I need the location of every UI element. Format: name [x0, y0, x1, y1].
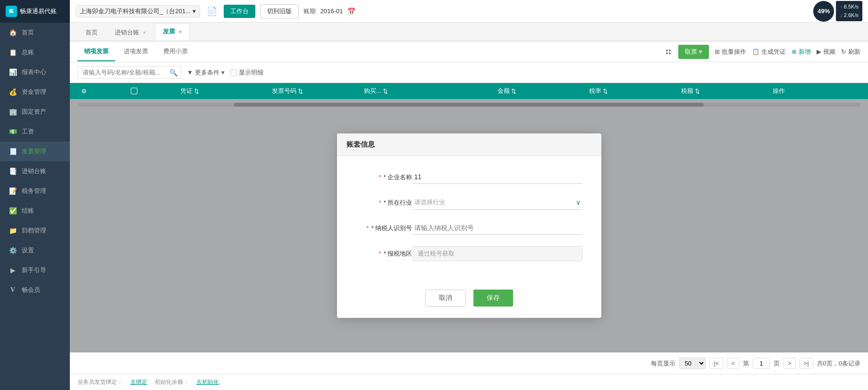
sidebar-item-label: 资金管理 [22, 88, 46, 96]
save-button[interactable]: 保存 [473, 290, 513, 307]
gen-voucher-icon: 📋 [752, 48, 759, 55]
sidebar-item-purchase-sales[interactable]: 📑 进销台账 [0, 161, 70, 181]
industry-dropdown-icon: ∨ [576, 199, 581, 206]
sub-tab-expense-label: 费用小票 [163, 48, 188, 55]
search-wrap: 🔍 [77, 66, 181, 79]
modal-title: 账套信息 [337, 133, 601, 156]
required-star: * [379, 250, 381, 257]
filter-bar: 🔍 ▼ 更多条件 ▾ 显示明细 [70, 62, 868, 83]
sidebar-item-finance[interactable]: 💰 资金管理 [0, 82, 70, 102]
speed-widget: 49% ↑ 8.5K/s ↓ 2.6K/s [813, 1, 862, 22]
speed-info: ↑ 8.5K/s ↓ 2.6K/s [836, 1, 862, 21]
show-details-toggle[interactable]: 显示明细 [230, 68, 263, 77]
last-page-btn[interactable]: >| [800, 358, 813, 369]
sidebar-item-settings[interactable]: ⚙️ 设置 [0, 241, 70, 260]
table-header: ⚙ 凭证 ⇅ 发票号码 ⇅ 购买... ⇅ 金额 ⇅ 税率 ⇅ 税额 ⇅ [70, 83, 868, 99]
industry-select[interactable]: 请选择行业 ∨ [413, 195, 582, 210]
new-button[interactable]: ⊕ 新增 [792, 48, 811, 56]
sidebar-item-label: 进销台账 [22, 167, 46, 175]
prev-page-btn[interactable]: < [727, 358, 739, 369]
show-details-checkbox[interactable] [230, 69, 237, 76]
company-selector[interactable]: 上海卯金刀电子科技有限公司_（台201... ▾ [76, 5, 200, 17]
batch-op-icon: ⊞ [715, 48, 720, 55]
sub-tab-sales-label: 销项发票 [84, 48, 109, 55]
speed-percent-badge: 49% [813, 1, 834, 22]
refresh-icon: ↻ [841, 48, 846, 55]
table-header-checkbox[interactable] [127, 88, 177, 94]
tab-invoice[interactable]: 发票 × [155, 23, 190, 41]
sidebar-item-archive[interactable]: 📁 归档管理 [0, 221, 70, 241]
sidebar-item-checkout[interactable]: ✅ 结账 [0, 201, 70, 221]
tax-id-input[interactable] [413, 221, 582, 235]
company-dropdown-icon: ▾ [193, 8, 196, 15]
sort-icon[interactable]: ⇅ [511, 88, 516, 95]
sidebar-item-home[interactable]: 🏠 首页 [0, 23, 70, 42]
sidebar-item-label: 报表中心 [22, 68, 46, 76]
more-filter-chevron: ▾ [221, 69, 225, 76]
take-ticket-dropdown-icon: ▾ [699, 48, 702, 55]
period-value: 2016-01 [320, 8, 343, 15]
sidebar-item-assets[interactable]: 🏢 固定资产 [0, 102, 70, 122]
bottom-item1-link[interactable]: 去绑定 [130, 378, 147, 386]
sub-tab-sales-invoice[interactable]: 销项发票 [77, 42, 115, 61]
tab-purchase-sales-close[interactable]: × [143, 30, 146, 35]
per-page-select[interactable]: 50 100 200 [679, 357, 706, 369]
table-header-operations: 操作 [769, 87, 860, 95]
gen-voucher-button[interactable]: 📋 生成凭证 [752, 48, 786, 56]
sidebar-item-label: 工资 [22, 127, 34, 136]
workspace-button[interactable]: 工作台 [224, 5, 255, 18]
next-page-btn[interactable]: > [784, 358, 796, 369]
batch-op-button[interactable]: ⊞ 批量操作 [715, 48, 746, 56]
logo-icon: 账 [6, 6, 17, 17]
doc-icon-btn[interactable]: 📄 [205, 6, 219, 17]
more-filter-button[interactable]: ▼ 更多条件 ▾ [187, 68, 225, 77]
tab-home[interactable]: 首页 [77, 24, 106, 41]
calendar-icon[interactable]: 📅 [347, 8, 355, 15]
tab-invoice-close[interactable]: × [179, 29, 182, 34]
speed-down: ↓ 2.6K/s [840, 11, 859, 20]
page-number-input[interactable]: 1 [753, 358, 770, 369]
tab-purchase-sales[interactable]: 进销台账 × [107, 24, 154, 41]
filter-icon: ▼ [187, 69, 193, 76]
tab-purchase-sales-label: 进销台账 [115, 29, 139, 36]
sub-tab-bar: 销项发票 进项发票 费用小票 取票 ▾ ⊞ 批量操作 [70, 41, 868, 62]
company-name-input[interactable] [413, 170, 582, 184]
sub-tab-purchase-invoice[interactable]: 进项发票 [117, 42, 155, 61]
search-input[interactable] [77, 66, 181, 79]
required-star: * [379, 174, 381, 181]
checkout-icon: ✅ [8, 207, 17, 215]
cancel-button[interactable]: 取消 [425, 290, 466, 307]
table-header-amount: 金额 ⇅ [494, 87, 585, 95]
video-button[interactable]: ▶ 视频 [817, 48, 835, 56]
sort-icon[interactable]: ⇅ [383, 88, 388, 95]
pagination: 每页显示 50 100 200 |< < 第 1 页 > >| 共0页，0条记录 [70, 352, 868, 374]
sidebar-item-tax[interactable]: 📝 税务管理 [0, 181, 70, 201]
required-star: * [379, 199, 381, 206]
header-checkbox[interactable] [131, 88, 137, 94]
sub-tab-expense-ticket[interactable]: 费用小票 [157, 42, 194, 61]
first-page-btn[interactable]: |< [709, 358, 723, 369]
refresh-button[interactable]: ↻ 刷新 [841, 48, 860, 56]
grid-view-icon[interactable] [664, 48, 673, 56]
per-page-label: 每页显示 [651, 359, 675, 368]
sidebar-item-salary[interactable]: 💵 工资 [0, 122, 70, 141]
sort-icon[interactable]: ⇅ [194, 88, 199, 95]
tab-home-label: 首页 [85, 29, 98, 36]
sidebar-item-ledger[interactable]: 📋 总账 [0, 42, 70, 62]
modal-overlay[interactable]: 账套信息 * * 企业名称 * * 所在行业 [70, 99, 868, 352]
modal-footer: 取消 保存 [337, 282, 601, 318]
old-version-button[interactable]: 切到旧版 [260, 4, 299, 18]
sidebar-item-reports[interactable]: 📊 报表中心 [0, 62, 70, 82]
page-label: 第 [743, 359, 749, 368]
sort-icon[interactable]: ⇅ [695, 88, 700, 95]
ledger-icon: 📋 [8, 49, 17, 56]
sidebar-item-member[interactable]: V 畅会员 [0, 280, 70, 300]
sidebar-item-invoice[interactable]: 🧾 发票管理 [0, 141, 70, 161]
bottom-item2-label: 初始化余额： [155, 378, 189, 386]
sidebar-item-guide[interactable]: ▶ 新手引导 [0, 260, 70, 280]
sort-icon[interactable]: ⇅ [298, 88, 303, 95]
bottom-item2-link[interactable]: 去初始化 [196, 378, 219, 386]
sort-icon[interactable]: ⇅ [603, 88, 608, 95]
take-ticket-button[interactable]: 取票 ▾ [678, 45, 709, 59]
assets-icon: 🏢 [8, 108, 17, 116]
